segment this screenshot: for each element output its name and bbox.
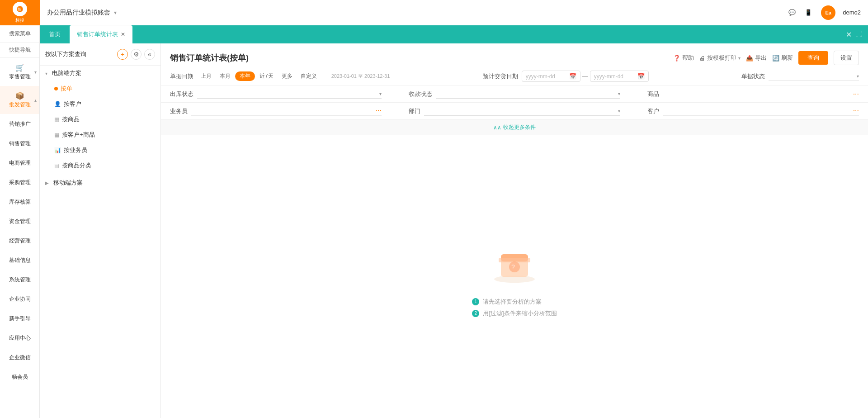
by-goods-icon: ▦ xyxy=(54,116,59,123)
page-title: 销售订单统计表(按单) xyxy=(170,52,249,63)
sidebar-item-marketing-label: 营销推广 xyxy=(9,120,31,128)
collapse-bar: ∧∧ 收起更多条件 xyxy=(161,120,868,135)
delivery-status-label: 出库状态 xyxy=(170,90,193,98)
date-btn-this-year[interactable]: 本年 xyxy=(235,71,255,81)
sidebar-item-member[interactable]: 畅会员 xyxy=(0,367,39,386)
tree-section-mobile[interactable]: ▶ 移动端方案 xyxy=(40,175,160,190)
tree-item-by-customer[interactable]: 👤 按客户 xyxy=(40,96,160,112)
tree-by-salesman-label: 按业务员 xyxy=(64,146,87,154)
sidebar-item-sales[interactable]: 销售管理 xyxy=(0,133,39,153)
expected-date-end[interactable]: yyyy-mm-dd 📅 xyxy=(590,71,649,82)
tree-item-by-goods-cat[interactable]: ▤ 按商品分类 xyxy=(40,158,160,173)
search-button[interactable]: 查询 xyxy=(798,51,828,65)
sidebar-item-wholesale[interactable]: 📦 批发管理 ▴ xyxy=(0,86,39,114)
date-btn-more[interactable]: 更多 xyxy=(278,71,296,81)
date-quick-buttons: 上月 本月 本年 近7天 更多 自定义 xyxy=(197,71,321,81)
payment-status-select[interactable]: ▾ xyxy=(436,90,620,99)
status-filter-group: 单据状态 ▾ xyxy=(741,72,859,81)
sidebar-quick-label: 快捷导航 xyxy=(9,47,31,53)
date-btn-7days[interactable]: 近7天 xyxy=(256,71,277,81)
settings-button[interactable]: 设置 xyxy=(834,51,859,65)
left-panel: 按以下方案查询 + ⚙ « ▾ 电脑端方案 xyxy=(40,43,161,418)
collapse-panel-btn[interactable]: « xyxy=(144,49,155,60)
tab-close-window-btn[interactable]: ✕ xyxy=(846,30,852,39)
by-salesman-icon: 📊 xyxy=(54,147,61,153)
delivery-status-select[interactable]: ▾ xyxy=(197,90,382,99)
active-dot-icon xyxy=(54,87,58,90)
sidebar-item-marketing[interactable]: 营销推广 xyxy=(0,114,39,133)
tab-sales-stat[interactable]: 销售订单统计表 ✕ xyxy=(70,25,132,43)
tree-section-mobile-label: 移动端方案 xyxy=(53,179,83,187)
salesman-dots-btn[interactable]: ··· xyxy=(376,106,382,114)
help-btn[interactable]: ❓ 帮助 xyxy=(673,54,694,62)
goods-filter-group: 商品 ··· xyxy=(647,90,859,98)
title-dropdown-btn[interactable]: ▾ xyxy=(114,10,117,16)
sidebar-item-ecommerce[interactable]: 电商管理 xyxy=(0,153,39,172)
delivery-dropdown-icon: ▾ xyxy=(379,91,382,96)
settings-scheme-btn[interactable]: ⚙ xyxy=(131,49,142,60)
tab-bar: 首页 销售订单统计表 ✕ ✕ ⛶ xyxy=(40,25,868,43)
goods-dots-btn[interactable]: ··· xyxy=(853,90,859,98)
top-header: 办公用品行业模拟账套 ▾ 💬 📱 Ea demo2 xyxy=(40,0,868,25)
export-btn[interactable]: 📤 导出 xyxy=(746,54,767,62)
page-actions: ❓ 帮助 🖨 按模板打印 ▾ 📤 导出 🔄 刷新 xyxy=(673,51,859,65)
add-scheme-btn[interactable]: + xyxy=(117,49,128,60)
tab-maximize-btn[interactable]: ⛶ xyxy=(855,30,863,38)
tree-section-pc[interactable]: ▾ 电脑端方案 xyxy=(40,66,160,81)
sidebar-item-basic[interactable]: 基础信息 xyxy=(0,250,39,270)
status-select[interactable]: ▾ xyxy=(769,72,859,81)
template-print-btn[interactable]: 🖨 按模板打印 ▾ xyxy=(699,54,741,62)
sidebar-logo[interactable]: 畅 标搜 xyxy=(0,0,40,25)
tree-by-cust-goods-label: 按客户+商品 xyxy=(62,131,95,139)
message-btn[interactable]: 💬 xyxy=(788,9,797,16)
tree-item-by-salesman[interactable]: 📊 按业务员 xyxy=(40,142,160,158)
app-download-btn[interactable]: 📱 xyxy=(805,9,814,16)
department-dropdown-icon: ▾ xyxy=(618,109,620,114)
date-btn-custom[interactable]: 自定义 xyxy=(297,71,321,81)
payment-status-label: 收款状态 xyxy=(409,90,432,98)
sidebar-search-item[interactable]: 搜索菜单 xyxy=(0,25,39,43)
tree-item-by-cust-goods[interactable]: ▦ 按客户+商品 xyxy=(40,127,160,142)
sidebar-item-wechat[interactable]: 企业微信 xyxy=(0,347,39,367)
customer-dots-btn[interactable]: ··· xyxy=(853,106,859,114)
expected-date-start[interactable]: yyyy-mm-dd 📅 xyxy=(522,71,580,82)
sidebar-item-finance[interactable]: 资金管理 xyxy=(0,211,39,231)
tree-item-by-goods[interactable]: ▦ 按商品 xyxy=(40,112,160,127)
sidebar-item-purchase-label: 采购管理 xyxy=(9,179,31,186)
sidebar-item-inventory-label: 库存核算 xyxy=(9,198,31,206)
tree-by-customer-label: 按客户 xyxy=(64,100,81,108)
date-btn-this-month[interactable]: 本月 xyxy=(216,71,234,81)
department-select[interactable]: ▾ xyxy=(424,107,620,116)
calendar-start-icon: 📅 xyxy=(569,73,576,80)
user-avatar[interactable]: Ea xyxy=(821,5,835,20)
sidebar-item-appcenter[interactable]: 应用中心 xyxy=(0,328,39,347)
sidebar-item-enterprise-label: 企业协同 xyxy=(9,295,31,303)
hint-item-1: 1 请先选择要分析的方案 xyxy=(472,298,557,306)
sidebar-item-system-label: 系统管理 xyxy=(9,276,31,284)
settings-icon: ⚙ xyxy=(133,51,139,58)
date-btn-last-month[interactable]: 上月 xyxy=(197,71,215,81)
export-label: 导出 xyxy=(755,54,767,62)
sidebar-item-enterprise[interactable]: 企业协同 xyxy=(0,289,39,309)
sidebar-item-purchase[interactable]: 采购管理 xyxy=(0,172,39,192)
sidebar-item-operation[interactable]: 经营管理 xyxy=(0,231,39,250)
sidebar-item-inventory[interactable]: 库存核算 xyxy=(0,192,39,211)
tab-close-btn[interactable]: ✕ xyxy=(121,31,125,38)
collapse-more-btn[interactable]: ∧∧ 收起更多条件 xyxy=(493,124,536,131)
sidebar-item-newbie[interactable]: 新手引导 xyxy=(0,309,39,328)
customer-filter-group: 客户 ··· xyxy=(647,106,859,116)
refresh-btn[interactable]: 🔄 刷新 xyxy=(772,54,793,62)
tab-home[interactable]: 首页 xyxy=(40,25,70,43)
help-icon: ❓ xyxy=(673,55,680,62)
tree-by-goods-cat-label: 按商品分类 xyxy=(62,162,91,170)
sidebar-quick-item[interactable]: 快捷导航 xyxy=(0,43,39,58)
sidebar-item-system[interactable]: 系统管理 xyxy=(0,270,39,289)
sidebar-item-finance-label: 资金管理 xyxy=(9,218,31,225)
collapse-icon: « xyxy=(148,51,151,58)
tree-item-by-order[interactable]: 按单 xyxy=(40,81,160,96)
status-filter-label: 单据状态 xyxy=(741,72,765,81)
hint-item-2: 2 用[过滤]条件来缩小分析范围 xyxy=(472,309,557,318)
goods-filter-label: 商品 xyxy=(647,90,659,98)
sidebar-item-retail[interactable]: 🛒 零售管理 ▾ xyxy=(0,58,39,86)
retail-icon: 🛒 xyxy=(15,63,24,72)
